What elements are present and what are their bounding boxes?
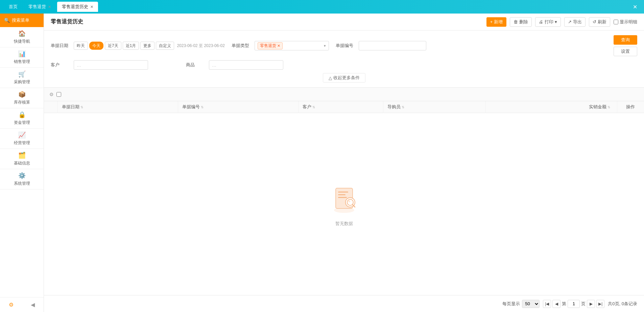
date-btn-7days[interactable]: 近7天 [105, 42, 121, 50]
print-icon: 🖨 [539, 19, 543, 24]
goods-label: 商品 [186, 62, 206, 68]
print-chevron-icon: ▾ [555, 19, 557, 24]
query-button[interactable]: 查询 [614, 35, 637, 45]
table-header-row: 单据日期 ⇅ 单据编号 ⇅ 客户 [44, 101, 644, 113]
delete-icon: 🗑 [514, 19, 518, 24]
date-buttons-group: 昨天 今天 近7天 近1月 更多 自定义 [74, 42, 174, 50]
export-button[interactable]: ↗ 导出 [564, 17, 586, 27]
table-toolbar: ⚙ [44, 88, 644, 101]
date-btn-today[interactable]: 今天 [89, 42, 103, 50]
page-actions: + 新增 🗑 删除 🖨 打印 ▾ ↗ 导出 ↺ 刷新 [486, 17, 637, 27]
page-input[interactable] [568, 300, 580, 308]
doc-type-chevron-icon: ▾ [324, 44, 326, 48]
print-button[interactable]: 🖨 打印 ▾ [535, 17, 561, 27]
sidebar-footer: ⚙ ◀ [0, 297, 44, 312]
sidebar: 🔍 搜索菜单 🏠 快捷导航 📊 销售管理 🛒 采购管理 📦 库存核算 🔒 资金管… [0, 14, 44, 312]
date-btn-1month[interactable]: 近1月 [123, 42, 139, 50]
empty-state: 暂无数据 [44, 113, 644, 295]
customer-select[interactable]: … [74, 60, 148, 70]
table-container: ⚙ 单据日期 ⇅ 单据编 [44, 88, 644, 312]
page-navigation: |◀ ◀ 第 页 ▶ ▶| [543, 300, 604, 308]
search-icon: 🔍 [4, 18, 10, 23]
operations-icon: 📈 [18, 131, 26, 139]
doc-type-select[interactable]: 零售退货 ✕ ▾ [255, 41, 329, 50]
goods-select[interactable]: … [209, 60, 283, 70]
th-guide[interactable]: 导购员 ⇅ [383, 101, 485, 113]
svg-rect-5 [338, 197, 347, 198]
date-btn-custom[interactable]: 自定义 [156, 42, 174, 50]
collapse-filter-button[interactable]: △ 收起更多条件 [323, 73, 365, 83]
purchase-icon: 🛒 [18, 70, 26, 78]
th-doc-date[interactable]: 单据日期 ⇅ [57, 101, 178, 113]
filter-area: 单据日期 昨天 今天 近7天 近1月 更多 自定义 2023-06-02 至 2… [44, 30, 644, 88]
show-detail-checkbox-label[interactable]: 显示明细 [614, 19, 637, 25]
last-page-button[interactable]: ▶| [596, 300, 604, 308]
customer-select-value: … [77, 63, 145, 68]
delete-button[interactable]: 🗑 删除 [510, 17, 532, 27]
show-detail-checkbox[interactable] [614, 20, 618, 24]
prev-page-button[interactable]: ◀ [552, 300, 560, 308]
doc-type-tag-close[interactable]: ✕ [277, 44, 280, 48]
sidebar-item-label-finance: 资金管理 [14, 120, 30, 126]
sidebar-item-label-inventory: 库存核算 [14, 99, 30, 105]
sidebar-item-label-purchase: 采购管理 [14, 79, 30, 85]
new-button[interactable]: + 新增 [486, 17, 506, 27]
sidebar-item-system[interactable]: ⚙️ 系统管理 [0, 169, 44, 190]
select-all-checkbox[interactable] [56, 92, 61, 97]
sidebar-item-sales-mgmt[interactable]: 📊 销售管理 [0, 47, 44, 68]
export-icon: ↗ [568, 19, 572, 24]
th-amount[interactable]: 实销金额 ⇅ [486, 101, 617, 113]
first-page-button[interactable]: |◀ [543, 300, 551, 308]
table-settings-icon[interactable]: ⚙ [49, 92, 54, 97]
pagination: 每页显示 50 100 200 |◀ ◀ 第 页 ▶ ▶| 共0页, 0 [44, 295, 644, 312]
sort-customer-icon: ⇅ [312, 105, 315, 109]
customer-label: 客户 [51, 62, 71, 68]
sidebar-item-operations[interactable]: 📈 经营管理 [0, 129, 44, 149]
sidebar-item-label-quick-nav: 快捷导航 [14, 39, 30, 44]
doc-type-tag: 零售退货 ✕ [258, 42, 283, 49]
sidebar-search[interactable]: 🔍 搜索菜单 [0, 14, 44, 27]
sort-amount-icon: ⇅ [607, 105, 610, 109]
sidebar-item-label-base-info: 基础信息 [14, 160, 30, 166]
date-btn-yesterday[interactable]: 昨天 [74, 42, 88, 50]
sidebar-item-inventory[interactable]: 📦 库存核算 [0, 88, 44, 108]
sidebar-item-label-system: 系统管理 [14, 181, 30, 186]
total-info: 共0页, 0条记录 [608, 301, 637, 307]
filter-settings-button[interactable]: 设置 [614, 47, 637, 56]
sidebar-item-quick-nav[interactable]: 🏠 快捷导航 [0, 27, 44, 47]
per-page-select[interactable]: 50 100 200 [522, 300, 540, 308]
th-customer[interactable]: 客户 ⇅ [298, 101, 383, 113]
close-tab-retail-return-history[interactable]: ✕ [90, 5, 93, 9]
goods-select-value: … [212, 63, 280, 68]
collapse-icon: △ [329, 75, 332, 81]
tab-retail-return-history[interactable]: 零售退货历史 ✕ [57, 2, 98, 12]
sidebar-item-label-sales: 销售管理 [14, 59, 30, 65]
refresh-icon: ↺ [593, 19, 596, 24]
page-header: 零售退货历史 + 新增 🗑 删除 🖨 打印 ▾ ↗ 导出 ↺ [44, 14, 644, 30]
page-size-selector: 每页显示 50 100 200 [502, 300, 540, 308]
svg-point-9 [348, 200, 350, 202]
doc-no-label: 单据编号 [336, 43, 356, 49]
close-tab-retail-return[interactable]: ✕ [48, 5, 51, 9]
next-page-button[interactable]: ▶ [587, 300, 595, 308]
refresh-button[interactable]: ↺ 刷新 [589, 17, 610, 27]
date-btn-more[interactable]: 更多 [140, 42, 154, 50]
sidebar-collapse-button[interactable]: ◀ [31, 302, 35, 308]
th-doc-no[interactable]: 单据编号 ⇅ [178, 101, 298, 113]
sidebar-settings-button[interactable]: ⚙ [9, 302, 14, 308]
doc-no-input[interactable] [359, 41, 426, 50]
sales-icon: 📊 [18, 50, 26, 58]
empty-text: 暂无数据 [335, 221, 353, 227]
tab-home[interactable]: 首页 [4, 2, 22, 12]
tab-retail-return[interactable]: 零售退货 ✕ [24, 2, 56, 12]
sidebar-item-purchase-mgmt[interactable]: 🛒 采购管理 [0, 68, 44, 88]
sidebar-item-finance[interactable]: 🔒 资金管理 [0, 108, 44, 129]
topbar-close-button[interactable]: ✕ [630, 2, 640, 12]
data-table: 单据日期 ⇅ 单据编号 ⇅ 客户 [44, 101, 644, 113]
content-area: 零售退货历史 + 新增 🗑 删除 🖨 打印 ▾ ↗ 导出 ↺ [44, 14, 644, 312]
svg-rect-3 [338, 192, 348, 193]
sidebar-item-base-info[interactable]: 🗂️ 基础信息 [0, 149, 44, 169]
page-unit: 页 [581, 301, 586, 307]
main-layout: 🔍 搜索菜单 🏠 快捷导航 📊 销售管理 🛒 采购管理 📦 库存核算 🔒 资金管… [0, 14, 644, 312]
page-label: 第 [562, 301, 566, 307]
